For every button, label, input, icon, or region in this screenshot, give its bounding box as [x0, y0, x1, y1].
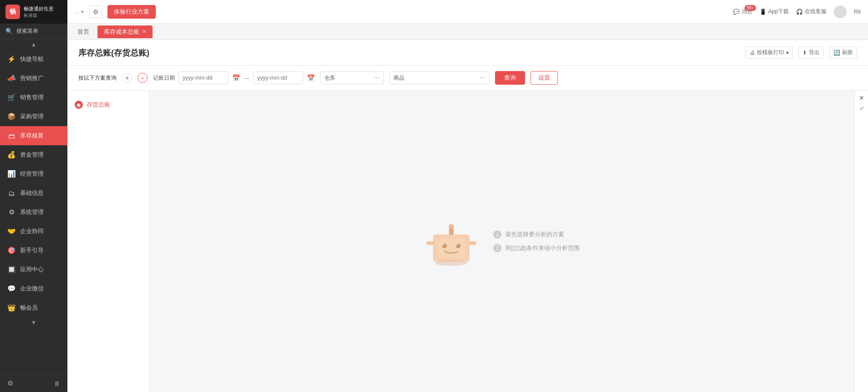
- product-label: 商品: [393, 74, 480, 82]
- refresh-btn[interactable]: 🔄 刷新: [829, 46, 857, 59]
- message-icon: 💬: [733, 9, 740, 15]
- app-center-icon: 🔲: [7, 265, 15, 274]
- body-area: ◉ 存货总账: [67, 91, 868, 392]
- product-select[interactable]: 商品 ···: [389, 71, 490, 84]
- gear-button[interactable]: ⚙: [89, 5, 102, 18]
- sidebar-item-vip[interactable]: 👑 畅会员: [0, 298, 67, 317]
- warehouse-select[interactable]: 仓库 ···: [320, 71, 384, 84]
- breadcrumb-chevron: ▾: [81, 9, 84, 15]
- settings-footer-icon[interactable]: ⚙: [7, 379, 13, 387]
- sidebar-item-cooperation[interactable]: 🤝 企业协同: [0, 222, 67, 241]
- user-avatar[interactable]: [834, 5, 847, 18]
- export-icon: ⬆: [802, 50, 807, 56]
- cooperation-icon: 🤝: [7, 227, 15, 235]
- sidebar-item-management[interactable]: 📊 经营管理: [0, 164, 67, 183]
- panel-close-icon[interactable]: ✕: [859, 94, 864, 102]
- sidebar-footer: ⚙ ⏸: [0, 374, 67, 392]
- sidebar-item-capital[interactable]: 💰 资金管理: [0, 145, 67, 164]
- page-header: 库存总账(存货总账) 🖨 按模板打印 ▾ ⬆ 导出 🔄 刷新: [67, 40, 868, 66]
- collapse-icon[interactable]: ⏸: [53, 380, 60, 387]
- scroll-down-btn[interactable]: ▼: [0, 317, 67, 328]
- guide-icon: 🎯: [7, 246, 15, 255]
- sidebar-item-base[interactable]: 🗂 基础信息: [0, 183, 67, 203]
- sidebar-nav: ▲ ⚡ 快捷导航 📣 营销推广 🛒 销售管理 📦 采购管理 🗃 库存核算 💰 资…: [0, 39, 67, 374]
- breadcrumb: ... ▾: [75, 9, 86, 15]
- side-filter-item-inventory-ledger[interactable]: ◉ 存货总账: [67, 96, 149, 113]
- inventory-icon: 🗃: [7, 132, 15, 140]
- date-end-input[interactable]: [253, 71, 303, 84]
- tab-home[interactable]: 首页: [71, 25, 96, 38]
- calendar-start-icon[interactable]: 📅: [232, 74, 240, 81]
- refresh-icon: 🔄: [833, 50, 840, 56]
- sidebar-search[interactable]: 🔍 搜索菜单: [0, 24, 67, 39]
- warehouse-more-icon: ···: [374, 74, 380, 82]
- filter-label: 按以下方案查询: [78, 74, 117, 82]
- shortcut-icon: ⚡: [7, 55, 15, 63]
- right-panel: ✕ ⤢: [854, 91, 868, 392]
- purchase-icon: 📦: [7, 112, 15, 121]
- topbar: ... ▾ ⚙ 体验行业方案 💬 消息 99+ 📱 App下载 🎧 在线客服: [67, 0, 868, 24]
- tabbar: 首页 库存成本总账 ✕: [67, 24, 868, 40]
- topbar-right: 💬 消息 99+ 📱 App下载 🎧 在线客服 Rit: [733, 5, 861, 18]
- sidebar-item-guide[interactable]: 🎯 新手引导: [0, 241, 67, 260]
- logo-text: 畅捷通好生意 标准版: [24, 5, 54, 18]
- warehouse-label: 仓库: [324, 74, 374, 82]
- svg-rect-1: [438, 239, 465, 257]
- filter-collapse-btn[interactable]: «: [138, 73, 148, 83]
- svg-point-10: [435, 260, 467, 266]
- template-print-btn[interactable]: 🖨 按模板打印 ▾: [745, 46, 793, 59]
- date-field-label: 记账日期: [153, 74, 175, 82]
- inventory-ledger-icon: ◉: [75, 101, 83, 109]
- export-btn[interactable]: ⬆ 导出: [798, 46, 824, 59]
- settings-button[interactable]: 设置: [531, 71, 558, 85]
- svg-point-9: [456, 244, 458, 246]
- svg-rect-7: [468, 241, 476, 245]
- header-actions: 🖨 按模板打印 ▾ ⬆ 导出 🔄 刷新: [745, 46, 857, 59]
- sidebar-item-inventory[interactable]: 🗃 库存核算: [0, 126, 67, 145]
- vip-icon: 👑: [7, 304, 15, 312]
- main-area: ... ▾ ⚙ 体验行业方案 💬 消息 99+ 📱 App下载 🎧 在线客服: [67, 0, 868, 392]
- empty-state: 1 请先选择要分析的方案 2 用[过滤]条件来缩小分析范围: [149, 91, 854, 392]
- online-service-btn[interactable]: 🎧 在线客服: [796, 8, 827, 15]
- sidebar-item-marketing[interactable]: 📣 营销推广: [0, 69, 67, 88]
- calendar-end-icon[interactable]: 📅: [307, 74, 315, 81]
- sidebar-item-purchase[interactable]: 📦 采购管理: [0, 107, 67, 126]
- message-btn[interactable]: 💬 消息 99+: [733, 8, 752, 15]
- dropdown-arrow-icon: ▾: [786, 50, 789, 56]
- scroll-up-btn[interactable]: ▲: [0, 39, 67, 50]
- app-logo: 畅 畅捷通好生意 标准版: [0, 0, 67, 24]
- system-icon: ⚙: [7, 208, 15, 216]
- search-icon: 🔍: [5, 28, 13, 35]
- filter-add-btn[interactable]: +: [122, 73, 132, 83]
- empty-illustration: [424, 214, 479, 269]
- print-icon: 🖨: [750, 50, 755, 56]
- sidebar: 畅 畅捷通好生意 标准版 🔍 搜索菜单 ▲ ⚡ 快捷导航 📣 营销推广 🛒 销售…: [0, 0, 67, 392]
- empty-step-2: 2 用[过滤]条件来缩小分析范围: [493, 244, 579, 252]
- query-button[interactable]: 查询: [495, 71, 525, 85]
- sidebar-item-sales[interactable]: 🛒 销售管理: [0, 88, 67, 107]
- empty-step-1: 1 请先选择要分析的方案: [493, 230, 579, 239]
- content-area: 库存总账(存货总账) 🖨 按模板打印 ▾ ⬆ 导出 🔄 刷新 按以下方案查询: [67, 40, 868, 392]
- sales-icon: 🛒: [7, 93, 15, 102]
- app-download-btn[interactable]: 📱 App下载: [760, 8, 789, 15]
- page-title: 库存总账(存货总账): [78, 47, 149, 58]
- step-2-num: 2: [493, 244, 501, 252]
- sidebar-item-system[interactable]: ⚙ 系统管理: [0, 203, 67, 222]
- base-icon: 🗂: [7, 189, 15, 197]
- date-start-input[interactable]: [179, 71, 229, 84]
- industry-btn[interactable]: 体验行业方案: [107, 5, 156, 19]
- sidebar-item-wechat[interactable]: 💬 企业微信: [0, 279, 67, 298]
- sidebar-item-shortcut[interactable]: ⚡ 快捷导航: [0, 50, 67, 69]
- tab-close-icon[interactable]: ✕: [142, 29, 146, 35]
- svg-point-5: [449, 224, 454, 229]
- phone-icon: 📱: [760, 9, 766, 15]
- gear-icon: ⚙: [93, 8, 99, 15]
- panel-expand-icon[interactable]: ⤢: [859, 105, 864, 112]
- logo-icon: 畅: [5, 5, 20, 19]
- sidebar-item-app-center[interactable]: 🔲 应用中心: [0, 260, 67, 279]
- topbar-left: ... ▾ ⚙ 体验行业方案: [75, 5, 733, 19]
- tab-inventory-ledger[interactable]: 库存成本总账 ✕: [97, 25, 153, 38]
- wechat-icon: 💬: [7, 285, 15, 293]
- date-filter-group: 记账日期 📅 — 📅: [153, 71, 315, 84]
- product-more-icon: ···: [480, 74, 485, 82]
